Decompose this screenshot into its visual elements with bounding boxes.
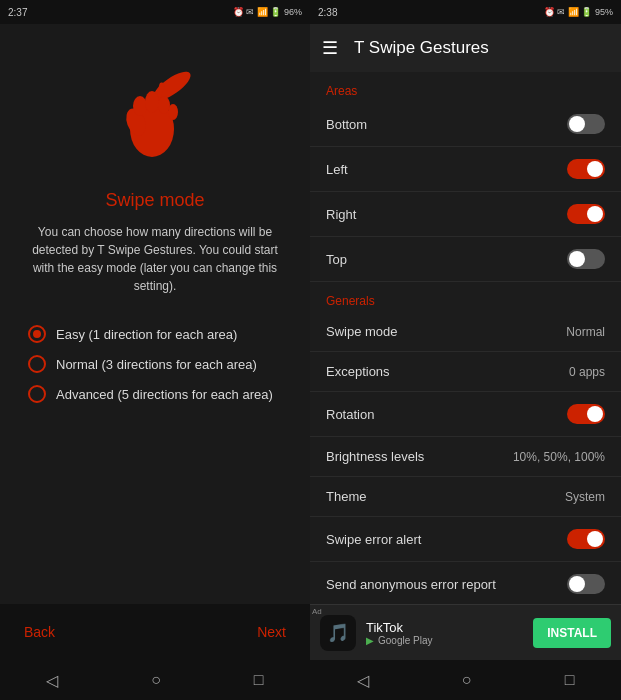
gesture-icon bbox=[100, 64, 210, 174]
setting-theme-value: System bbox=[565, 490, 605, 504]
toggle-left[interactable] bbox=[567, 159, 605, 179]
right-status-bar: 2:38 ⏰ ✉ 📶 🔋 95% bbox=[310, 0, 621, 24]
next-button[interactable]: Next bbox=[257, 624, 286, 640]
toolbar-title: T Swipe Gestures bbox=[354, 38, 489, 58]
setting-left: Left bbox=[310, 147, 621, 192]
radio-easy[interactable]: Easy (1 direction for each area) bbox=[20, 319, 290, 349]
left-bottom-bar: Back Next bbox=[0, 604, 310, 660]
radio-advanced-circle bbox=[28, 385, 46, 403]
setting-exceptions-label: Exceptions bbox=[326, 364, 390, 379]
left-status-time: 2:37 bbox=[8, 7, 27, 18]
back-button[interactable]: Back bbox=[24, 624, 55, 640]
setting-top: Top bbox=[310, 237, 621, 282]
radio-normal-label: Normal (3 directions for each area) bbox=[56, 357, 257, 372]
toggle-top[interactable] bbox=[567, 249, 605, 269]
setting-swipe-mode-label: Swipe mode bbox=[326, 324, 398, 339]
toggle-anon-error[interactable] bbox=[567, 574, 605, 594]
radio-easy-label: Easy (1 direction for each area) bbox=[56, 327, 237, 342]
install-button[interactable]: INSTALL bbox=[533, 618, 611, 648]
ad-app-icon: 🎵 bbox=[320, 615, 356, 651]
svg-point-5 bbox=[145, 91, 159, 113]
google-play-icon: ▶ bbox=[366, 635, 374, 646]
radio-normal[interactable]: Normal (3 directions for each area) bbox=[20, 349, 290, 379]
setting-swipe-error: Swipe error alert bbox=[310, 517, 621, 562]
home-nav-icon-right[interactable]: ○ bbox=[462, 671, 472, 689]
setting-brightness-value: 10%, 50%, 100% bbox=[513, 450, 605, 464]
radio-easy-circle bbox=[28, 325, 46, 343]
ad-banner: Ad 🎵 TikTok ▶ Google Play INSTALL bbox=[310, 604, 621, 660]
setting-anon-error: Send anonymous error report bbox=[310, 562, 621, 604]
left-status-bar: 2:37 ⏰ ✉ 📶 🔋 96% bbox=[0, 0, 310, 24]
section-header-generals: Generals bbox=[310, 282, 621, 312]
setting-bottom: Bottom bbox=[310, 102, 621, 147]
setting-brightness-label: Brightness levels bbox=[326, 449, 424, 464]
ad-label: Ad bbox=[312, 607, 322, 616]
right-status-time: 2:38 bbox=[318, 7, 337, 18]
toggle-bottom[interactable] bbox=[567, 114, 605, 134]
ad-subtitle: ▶ Google Play bbox=[366, 635, 523, 646]
left-status-icons: ⏰ ✉ 📶 🔋 96% bbox=[233, 7, 302, 17]
setting-theme[interactable]: Theme System bbox=[310, 477, 621, 517]
back-nav-icon-right[interactable]: ◁ bbox=[357, 671, 369, 690]
setting-right-label: Right bbox=[326, 207, 356, 222]
left-panel: 2:37 ⏰ ✉ 📶 🔋 96% bbox=[0, 0, 310, 700]
setting-exceptions[interactable]: Exceptions 0 apps bbox=[310, 352, 621, 392]
right-status-icons: ⏰ ✉ 📶 🔋 95% bbox=[544, 7, 613, 17]
setting-swipe-mode[interactable]: Swipe mode Normal bbox=[310, 312, 621, 352]
recent-nav-icon[interactable]: □ bbox=[254, 671, 264, 689]
recent-nav-icon-right[interactable]: □ bbox=[565, 671, 575, 689]
swipe-mode-description: You can choose how many directions will … bbox=[20, 223, 290, 295]
setting-bottom-label: Bottom bbox=[326, 117, 367, 132]
radio-advanced-label: Advanced (5 directions for each area) bbox=[56, 387, 273, 402]
toggle-rotation[interactable] bbox=[567, 404, 605, 424]
setting-top-label: Top bbox=[326, 252, 347, 267]
ad-title: TikTok bbox=[366, 620, 523, 635]
time-left: 2:37 bbox=[8, 7, 27, 18]
ad-text: TikTok ▶ Google Play bbox=[366, 620, 523, 646]
swipe-mode-title: Swipe mode bbox=[105, 190, 204, 211]
right-bottom-nav: ◁ ○ □ bbox=[310, 660, 621, 700]
setting-left-label: Left bbox=[326, 162, 348, 177]
right-scroll-area[interactable]: Areas Bottom Left Right Top Generals Swi… bbox=[310, 72, 621, 604]
setting-swipe-error-label: Swipe error alert bbox=[326, 532, 421, 547]
left-content: Swipe mode You can choose how many direc… bbox=[0, 24, 310, 604]
svg-point-7 bbox=[168, 104, 178, 120]
toggle-swipe-error[interactable] bbox=[567, 529, 605, 549]
radio-normal-circle bbox=[28, 355, 46, 373]
right-panel: 2:38 ⏰ ✉ 📶 🔋 95% ☰ T Swipe Gestures Area… bbox=[310, 0, 621, 700]
toggle-right[interactable] bbox=[567, 204, 605, 224]
setting-swipe-mode-value: Normal bbox=[566, 325, 605, 339]
setting-brightness[interactable]: Brightness levels 10%, 50%, 100% bbox=[310, 437, 621, 477]
hamburger-icon[interactable]: ☰ bbox=[322, 37, 338, 59]
section-header-areas: Areas bbox=[310, 72, 621, 102]
setting-exceptions-value: 0 apps bbox=[569, 365, 605, 379]
setting-anon-error-label: Send anonymous error report bbox=[326, 577, 496, 592]
svg-point-4 bbox=[133, 96, 147, 116]
setting-right: Right bbox=[310, 192, 621, 237]
setting-rotation: Rotation bbox=[310, 392, 621, 437]
right-toolbar: ☰ T Swipe Gestures bbox=[310, 24, 621, 72]
setting-theme-label: Theme bbox=[326, 489, 366, 504]
time-right: 2:38 bbox=[318, 7, 337, 18]
radio-advanced[interactable]: Advanced (5 directions for each area) bbox=[20, 379, 290, 409]
battery-icon-right: ⏰ ✉ 📶 🔋 95% bbox=[544, 7, 613, 17]
home-nav-icon[interactable]: ○ bbox=[151, 671, 161, 689]
left-bottom-nav: ◁ ○ □ bbox=[0, 660, 310, 700]
battery-icon-left: ⏰ ✉ 📶 🔋 96% bbox=[233, 7, 302, 17]
back-nav-icon[interactable]: ◁ bbox=[46, 671, 58, 690]
setting-rotation-label: Rotation bbox=[326, 407, 374, 422]
